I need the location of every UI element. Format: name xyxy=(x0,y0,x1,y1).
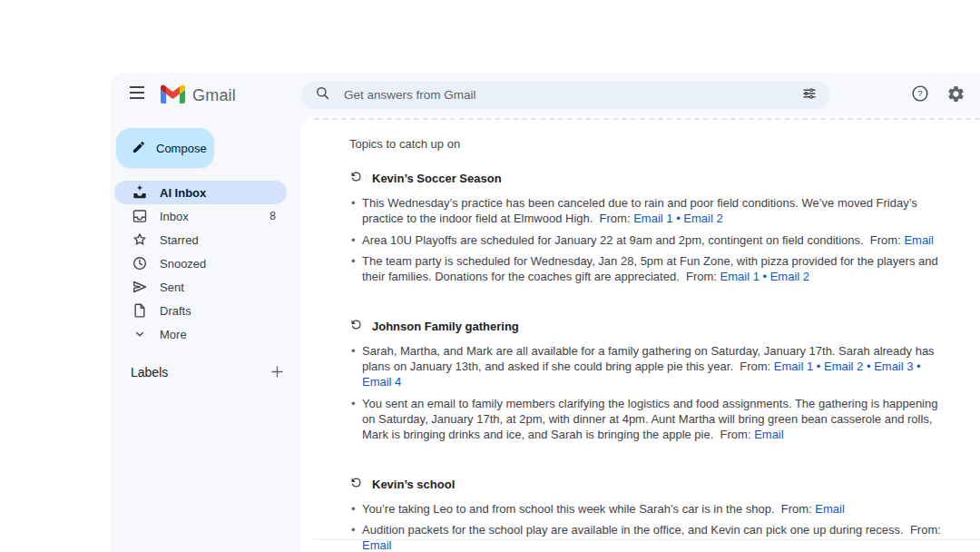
svg-text:?: ? xyxy=(917,88,922,98)
summary-sentence: Area 10U Playoffs are scheduled for Janu… xyxy=(362,233,870,247)
search-options-icon[interactable] xyxy=(801,85,818,105)
summary-text: Sarah, Martha, and Mark are all availabl… xyxy=(362,343,953,389)
email-link[interactable]: Email 2 xyxy=(824,360,863,373)
gmail-window: Gmail ? Compose xyxy=(111,73,980,552)
summary-sentence: The team party is scheduled for Wednesda… xyxy=(362,254,938,283)
from-label: From: xyxy=(740,360,774,373)
topic-title: Kevin’s school xyxy=(372,478,455,491)
from-label: From: xyxy=(870,233,905,247)
from-label: From: xyxy=(686,270,720,283)
compose-label: Compose xyxy=(156,142,207,155)
bullet-dot: • xyxy=(351,522,362,552)
topic-title: Johnson Family gathering xyxy=(372,320,519,333)
send-icon xyxy=(131,278,149,296)
section-divider xyxy=(314,539,980,540)
bullet-dot: • xyxy=(351,253,362,284)
refresh-icon xyxy=(349,318,363,335)
email-link[interactable]: Email xyxy=(362,538,392,552)
bullet-dot: • xyxy=(351,195,362,226)
summary-bullet: •Sarah, Martha, and Mark are all availab… xyxy=(349,343,953,389)
chevron-down-icon xyxy=(131,325,149,343)
sidebar-item-starred[interactable]: Starred xyxy=(114,228,287,251)
summary-bullet: •You sent an email to family members cla… xyxy=(349,396,953,442)
email-link[interactable]: Email xyxy=(815,502,845,516)
email-link[interactable]: Email 2 xyxy=(683,212,722,225)
email-link[interactable]: Email xyxy=(904,233,934,247)
sidebar-item-drafts[interactable]: Drafts xyxy=(114,299,287,322)
summary-text: The team party is scheduled for Wednesda… xyxy=(362,253,953,284)
search-input[interactable] xyxy=(342,87,801,103)
sidebar-item-snoozed[interactable]: Snoozed xyxy=(114,251,287,275)
email-link[interactable]: Email 2 xyxy=(770,270,809,283)
dashed-divider xyxy=(314,118,980,120)
search-bar[interactable] xyxy=(301,81,830,109)
unread-count-badge: 8 xyxy=(270,210,287,222)
sidebar-item-inbox[interactable]: Inbox8 xyxy=(114,204,287,228)
email-link[interactable]: Email 3 xyxy=(874,360,913,373)
topic-section: Kevin’s school•You’re taking Leo to and … xyxy=(349,476,953,552)
summary-bullet: •The team party is scheduled for Wednesd… xyxy=(349,253,953,284)
desktop-background: Gmail ? Compose xyxy=(0,0,980,552)
sidebar-item-label: Inbox xyxy=(160,210,189,223)
gmail-m-icon xyxy=(161,84,185,107)
summary-sentence: You’re taking Leo to and from school thi… xyxy=(362,502,781,516)
compose-button[interactable]: Compose xyxy=(116,128,214,168)
topic-header[interactable]: Kevin’s school xyxy=(349,476,953,493)
email-link[interactable]: Email 1 xyxy=(774,360,813,373)
email-link[interactable]: Email 4 xyxy=(362,375,401,389)
gear-icon xyxy=(946,84,965,107)
sidebar-item-sent[interactable]: Sent xyxy=(114,275,287,299)
sidebar-item-ai-inbox[interactable]: AI Inbox xyxy=(114,181,287,204)
inbox-icon xyxy=(131,207,149,225)
email-link[interactable]: Email 1 xyxy=(720,270,760,283)
summary-sentence: You sent an email to family members clar… xyxy=(362,397,937,441)
summary-text: Audition packets for the school play are… xyxy=(362,522,953,552)
sidebar-item-label: Snoozed xyxy=(160,257,206,271)
sidebar-item-label: More xyxy=(160,328,187,341)
sidebar-item-label: Sent xyxy=(160,281,184,294)
summary-text: You’re taking Leo to and from school thi… xyxy=(362,501,953,517)
gmail-logo[interactable]: Gmail xyxy=(161,84,236,107)
email-link[interactable]: Email 1 xyxy=(633,212,672,225)
main-content-panel: Topics to catch up on Kevin’s Soccer Sea… xyxy=(301,116,980,552)
summary-text: Area 10U Playoffs are scheduled for Janu… xyxy=(362,232,953,248)
link-separator: • xyxy=(673,212,684,225)
summary-text: This Wednesday’s practice has been cance… xyxy=(362,195,953,226)
topic-section: Johnson Family gathering•Sarah, Martha, … xyxy=(349,318,953,442)
help-button[interactable]: ? xyxy=(909,84,931,106)
topic-title: Kevin’s Soccer Season xyxy=(372,172,502,185)
sidebar-nav: AI InboxInbox8StarredSnoozedSentDraftsMo… xyxy=(111,181,301,346)
topic-header[interactable]: Johnson Family gathering xyxy=(349,318,953,335)
topic-header[interactable]: Kevin’s Soccer Season xyxy=(349,170,953,187)
link-separator: • xyxy=(760,270,770,283)
summary-bullet: •You’re taking Leo to and from school th… xyxy=(349,501,953,517)
bullet-dot: • xyxy=(351,396,362,442)
from-label: From: xyxy=(910,523,941,537)
summary-sentence: Audition packets for the school play are… xyxy=(362,523,910,537)
link-separator: • xyxy=(913,360,920,373)
sidebar-item-label: Drafts xyxy=(160,304,191,318)
bullet-dot: • xyxy=(351,343,362,389)
from-label: From: xyxy=(781,502,816,516)
from-label: From: xyxy=(600,212,634,225)
topics-list: Kevin’s Soccer Season•This Wednesday’s p… xyxy=(349,170,953,552)
create-label-button[interactable] xyxy=(267,363,287,383)
link-separator: • xyxy=(813,360,824,373)
sidebar-item-more[interactable]: More xyxy=(114,322,287,346)
email-link[interactable]: Email xyxy=(754,428,784,441)
topic-section: Kevin’s Soccer Season•This Wednesday’s p… xyxy=(349,170,953,284)
link-separator: • xyxy=(863,360,874,373)
bullet-dot: • xyxy=(351,232,362,248)
labels-section-title: Labels xyxy=(131,365,168,380)
main-menu-button[interactable] xyxy=(126,86,148,103)
clock-icon xyxy=(131,254,149,272)
search-icon xyxy=(314,84,331,105)
draft-icon xyxy=(131,301,149,320)
summary-text: You sent an email to family members clar… xyxy=(362,396,953,442)
refresh-icon xyxy=(349,476,363,493)
gmail-wordmark: Gmail xyxy=(192,86,236,105)
catchup-title: Topics to catch up on xyxy=(349,137,953,151)
settings-button[interactable] xyxy=(945,84,966,106)
summary-bullet: •Area 10U Playoffs are scheduled for Jan… xyxy=(349,232,953,248)
plus-icon xyxy=(269,363,286,384)
